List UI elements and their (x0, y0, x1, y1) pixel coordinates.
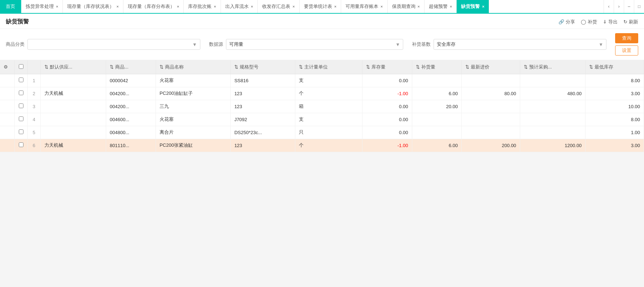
row-spec: 123 (231, 87, 295, 100)
row-unit: 个 (295, 87, 362, 100)
row-checkbox[interactable] (19, 142, 23, 147)
category-select[interactable]: ▼ (27, 39, 200, 50)
tab-6-close[interactable]: × (292, 4, 295, 9)
tab-home[interactable]: 首页 (0, 0, 21, 13)
tab-4[interactable]: 库存批次账 × (184, 0, 221, 13)
row-goods-code: 004800... (106, 126, 156, 139)
tab-6[interactable]: 收发存汇总表 × (258, 0, 299, 13)
col-gear[interactable]: ⚙ (0, 60, 14, 74)
replenish-base-select[interactable]: 安全库存 ▼ (434, 39, 606, 50)
replenish-icon: ◯ (581, 19, 586, 25)
settings-button[interactable]: 设置 (615, 45, 638, 56)
col-goods-name[interactable]: ⇅ 商品名称 (156, 60, 231, 74)
row-gear-cell (0, 126, 14, 139)
row-checkbox-cell[interactable] (14, 100, 27, 113)
select-all-checkbox[interactable] (19, 64, 23, 69)
page-content: 缺货预警 🔗 分享 ◯ 补货 ⇓ 导出 ↻ 刷新 商品分类 (0, 14, 644, 152)
row-checkbox[interactable] (19, 78, 23, 82)
row-checkbox-cell[interactable] (14, 139, 27, 152)
row-checkbox-cell[interactable] (14, 126, 27, 139)
export-btn[interactable]: ⇓ 导出 (603, 19, 618, 25)
tab-8-label: 可用量库存账本 (345, 3, 378, 10)
row-checkbox-cell[interactable] (14, 74, 27, 87)
row-replenish-qty: 6.00 (412, 87, 462, 100)
col-stock-label: 库存量 (371, 64, 386, 70)
row-unit: 只 (295, 126, 362, 139)
query-button[interactable]: 查询 (615, 33, 638, 43)
tab-5[interactable]: 出入库流水 × (221, 0, 258, 13)
tab-1[interactable]: 拣货异常处理 × (21, 0, 63, 13)
col-supplier[interactable]: ⇅ 默认供应... (40, 60, 106, 74)
sort-icon: ⇅ (589, 64, 593, 70)
table-header-row: ⚙ ⇅ 默认供应... ⇅ 商 (0, 60, 644, 74)
col-replenish-qty-label: 补货量 (421, 64, 435, 70)
col-goods-code[interactable]: ⇅ 商品... (106, 60, 156, 74)
row-supplier: 力天机械 (40, 87, 106, 100)
row-goods-code: 004600... (106, 113, 156, 126)
tab-10-close[interactable]: × (450, 4, 452, 9)
col-replenish-qty[interactable]: ⇅ 补货量 (412, 60, 462, 74)
row-min-stock: 8.00 (586, 74, 644, 87)
datasource-select[interactable]: 可用量 ▼ (226, 39, 404, 50)
share-btn[interactable]: 🔗 分享 (558, 19, 575, 25)
export-icon: ⇓ (603, 19, 607, 25)
row-checkbox-cell[interactable] (14, 113, 27, 126)
row-est-purchase (520, 74, 586, 87)
filter-datasource: 数据源 可用量 ▼ (209, 39, 404, 50)
col-checkbox[interactable] (14, 60, 27, 74)
tab-2-close[interactable]: × (116, 4, 118, 9)
tab-minimize-btn[interactable]: – (624, 0, 634, 13)
tab-next-btn[interactable]: › (614, 0, 624, 13)
col-unit-label: 主计量单位 (304, 64, 328, 70)
row-est-purchase (520, 113, 586, 126)
col-spec[interactable]: ⇅ 规格型号 (231, 60, 295, 74)
col-unit[interactable]: ⇅ 主计量单位 (295, 60, 362, 74)
tab-5-close[interactable]: × (251, 4, 253, 9)
tab-4-close[interactable]: × (214, 4, 216, 9)
sort-icon: ⇅ (524, 64, 528, 70)
row-checkbox[interactable] (19, 116, 23, 121)
refresh-icon: ↻ (623, 19, 627, 25)
filter-replenish-base: 补货基数 安全库存 ▼ (412, 39, 606, 50)
col-min-stock[interactable]: ⇅ 最低库存 (586, 60, 644, 74)
col-latest-price[interactable]: ⇅ 最新进价 (462, 60, 520, 74)
tab-3-close[interactable]: × (177, 4, 179, 9)
col-est-purchase[interactable]: ⇅ 预计采购... (520, 60, 586, 74)
row-min-stock: 3.00 (586, 139, 644, 152)
replenish-btn[interactable]: ◯ 补货 (581, 19, 597, 25)
tab-1-close[interactable]: × (56, 4, 58, 9)
row-supplier (40, 100, 106, 113)
filter-category: 商品分类 ▼ (6, 39, 200, 50)
row-est-purchase: 1200.00 (520, 139, 586, 152)
tab-11-close[interactable]: × (482, 4, 484, 9)
tab-9-close[interactable]: × (418, 4, 420, 9)
table-row: 3004200...三九123箱0.0020.0010.00 (0, 100, 644, 113)
row-spec: SS816 (231, 74, 295, 87)
tab-11[interactable]: 缺货预警 × (457, 0, 489, 13)
replenish-base-arrow-icon: ▼ (599, 42, 603, 47)
row-checkbox[interactable] (19, 103, 23, 108)
tab-9[interactable]: 保质期查询 × (388, 0, 425, 13)
row-gear-cell (0, 139, 14, 152)
tab-10[interactable]: 超储预警 × (425, 0, 457, 13)
tab-7-close[interactable]: × (334, 4, 336, 9)
filter-actions: 查询 设置 (615, 33, 638, 56)
tab-3[interactable]: 现存量（库存分布表） × (123, 0, 184, 13)
col-spec-label: 规格型号 (240, 64, 258, 70)
row-checkbox[interactable] (19, 129, 23, 134)
col-stock[interactable]: ⇅ 库存量 (362, 60, 412, 74)
tab-prev-btn[interactable]: ‹ (604, 0, 614, 13)
tab-8[interactable]: 可用量库存账本 × (341, 0, 387, 13)
table-body: 10000042火花塞SS816支0.008.002力天机械004200...P… (0, 74, 644, 152)
sort-icon: ⇅ (299, 64, 303, 70)
refresh-label: 刷新 (629, 19, 638, 25)
col-latest-price-label: 最新进价 (471, 64, 489, 70)
tab-maximize-btn[interactable]: □ (634, 0, 644, 13)
tab-8-close[interactable]: × (380, 4, 383, 9)
tab-7[interactable]: 要货单统计表 × (300, 0, 341, 13)
row-spec: DS250*23c... (231, 126, 295, 139)
row-checkbox[interactable] (19, 90, 23, 95)
tab-2[interactable]: 现存量（库存状况表） × (63, 0, 123, 13)
row-checkbox-cell[interactable] (14, 87, 27, 100)
refresh-btn[interactable]: ↻ 刷新 (623, 19, 638, 25)
